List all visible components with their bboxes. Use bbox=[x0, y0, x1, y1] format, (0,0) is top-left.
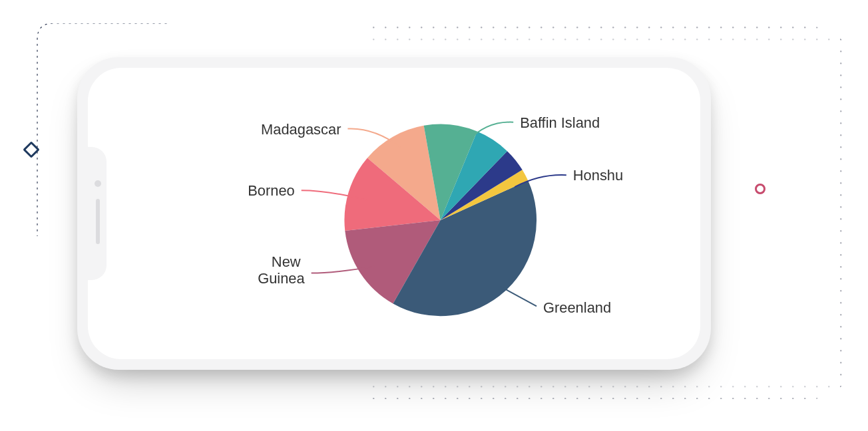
decorative-diamond-icon bbox=[23, 141, 39, 158]
label-madagascar: Madagascar bbox=[261, 121, 401, 148]
svg-rect-5 bbox=[373, 380, 852, 390]
pie-slices bbox=[344, 124, 537, 317]
slice-label-new-guinea: New Guinea bbox=[258, 253, 305, 287]
camera-dot-icon bbox=[95, 180, 101, 187]
device-screen: Baffin Island Honshu Greenland bbox=[88, 68, 700, 359]
label-greenland: Greenland bbox=[500, 286, 611, 316]
slice-label-madagascar: Madagascar bbox=[261, 121, 341, 138]
slice-label-honshu: Honshu bbox=[573, 167, 623, 184]
svg-rect-4 bbox=[373, 390, 852, 399]
slice-label-baffin-island: Baffin Island bbox=[520, 114, 600, 131]
label-honshu: Honshu bbox=[515, 167, 623, 187]
speaker-slot-icon bbox=[96, 199, 100, 244]
device-frame: Baffin Island Honshu Greenland bbox=[77, 57, 711, 370]
svg-rect-2 bbox=[373, 36, 852, 45]
slice-label-greenland: Greenland bbox=[543, 299, 611, 316]
svg-rect-3 bbox=[839, 27, 852, 399]
decorative-ring-icon bbox=[755, 184, 765, 194]
pie-chart: Baffin Island Honshu Greenland bbox=[128, 74, 680, 353]
label-baffin-island: Baffin Island bbox=[469, 114, 600, 141]
device-notch bbox=[88, 147, 107, 280]
svg-rect-1 bbox=[373, 27, 852, 36]
slice-label-borneo: Borneo bbox=[248, 182, 295, 199]
